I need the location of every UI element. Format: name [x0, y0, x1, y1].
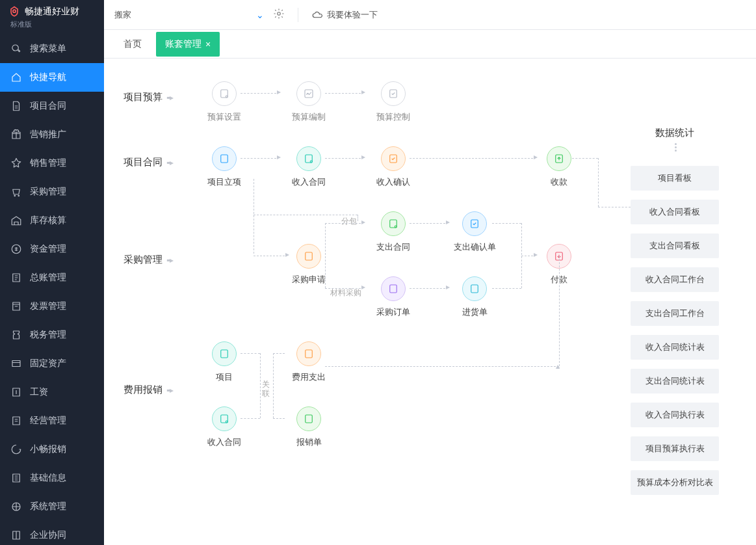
sidebar-item-4[interactable]: 销售管理	[0, 149, 104, 178]
node-purchase-order[interactable]: 采购订单	[367, 276, 419, 318]
home-icon	[10, 72, 22, 83]
divider	[298, 8, 298, 22]
node-goods-receipt[interactable]: 进货单	[449, 276, 501, 318]
svg-point-8	[310, 161, 312, 163]
close-icon[interactable]: ×	[205, 40, 211, 49]
sidebar-item-13[interactable]: 经营管理	[0, 406, 104, 435]
stat-btn-6[interactable]: 支出合同统计表	[631, 369, 719, 393]
assoc-label: 关 联	[262, 380, 270, 399]
edition-label: 标准版	[0, 20, 104, 34]
brand-logo: 畅捷通好业财	[0, 0, 104, 20]
stat-btn-5[interactable]: 收入合同统计表	[631, 335, 719, 360]
sidebar-item-7[interactable]: 资金管理	[0, 235, 104, 263]
svg-point-0	[13, 10, 16, 12]
node-expend-confirm[interactable]: 支出确认单	[449, 211, 501, 253]
main: 搬家 ⌄ 我要体验一下 首页账套管理× 项目预算▪▪▸ 项目合同▪▪▸ 采购管理…	[104, 0, 756, 545]
gear-icon[interactable]	[273, 8, 285, 21]
node-purchase-apply[interactable]: 采购申请	[283, 244, 335, 286]
sidebar-item-2[interactable]: 项目合同	[0, 92, 104, 120]
node-income-confirm[interactable]: 收入确认	[367, 146, 419, 188]
gift-icon	[10, 129, 22, 140]
sidebar: 畅捷通好业财 标准版 搜索菜单快捷导航项目合同营销推广销售管理采购管理库存核算资…	[0, 0, 104, 545]
sidebar-item-16[interactable]: 系统管理	[0, 492, 104, 521]
node-exp-project[interactable]: 项目	[198, 341, 250, 383]
svg-rect-20	[221, 415, 228, 423]
svg-rect-22	[306, 415, 313, 423]
row-expense-title: 费用报销▪▪▸	[124, 384, 172, 396]
sidebar-item-15[interactable]: 基础信息	[0, 464, 104, 492]
stats-title: 数据统计	[636, 127, 714, 139]
salary-icon	[10, 386, 22, 398]
sidebar-item-14[interactable]: 小畅报销	[0, 435, 104, 464]
stat-btn-9[interactable]: 预算成本分析对比表	[631, 470, 719, 495]
stat-btn-7[interactable]: 收入合同执行表	[631, 403, 719, 427]
sidebar-item-1[interactable]: 快捷导航	[0, 63, 104, 92]
svg-rect-18	[221, 350, 228, 358]
svg-rect-19	[306, 350, 313, 358]
node-budget-control[interactable]: 预算控制	[367, 81, 419, 123]
sidebar-item-3[interactable]: 营销推广	[0, 120, 104, 149]
sidebar-item-5[interactable]: 采购管理	[0, 178, 104, 206]
stat-btn-8[interactable]: 项目预算执行表	[631, 436, 719, 461]
sidebar-item-6[interactable]: 库存核算	[0, 206, 104, 235]
stat-btn-2[interactable]: 支出合同看板	[631, 233, 719, 258]
svg-rect-15	[390, 285, 397, 293]
biz-icon	[10, 415, 22, 427]
svg-point-3	[226, 96, 228, 98]
coop-icon	[10, 529, 22, 541]
stat-btn-3[interactable]: 收入合同工作台	[631, 267, 719, 292]
node-exp-income[interactable]: 收入合同	[198, 406, 250, 448]
sidebar-list: 搜索菜单快捷导航项目合同营销推广销售管理采购管理库存核算资金管理总账管理发票管理…	[0, 34, 104, 545]
company-selector[interactable]: 搬家 ⌄	[114, 9, 264, 21]
sidebar-item-9[interactable]: 发票管理	[0, 292, 104, 321]
sidebar-item-10[interactable]: 税务管理	[0, 321, 104, 349]
topbar: 搬家 ⌄ 我要体验一下	[104, 0, 756, 30]
sidebar-item-11[interactable]: 固定资产	[0, 349, 104, 378]
svg-rect-12	[390, 220, 397, 228]
sidebar-item-8[interactable]: 总账管理	[0, 263, 104, 292]
cloud-icon	[311, 9, 323, 21]
flow-canvas: 项目预算▪▪▸ 项目合同▪▪▸ 采购管理▪▪▸ 费用报销▪▪▸ 预算设置 预算编…	[104, 59, 756, 545]
tag-subcontract: 分包	[341, 216, 357, 227]
brand-name: 畅捷通好业财	[25, 6, 79, 18]
cart-icon	[10, 186, 22, 198]
tab-1[interactable]: 账套管理×	[156, 32, 220, 57]
search-icon	[10, 43, 22, 55]
stat-btn-0[interactable]: 项目看板	[631, 166, 719, 191]
logo-icon	[8, 5, 21, 18]
warehouse-icon	[10, 215, 22, 226]
row-contract-title: 项目合同▪▪▸	[124, 156, 172, 168]
reimb-icon	[10, 444, 22, 455]
tab-0[interactable]: 首页	[114, 32, 151, 57]
svg-rect-6	[221, 155, 228, 163]
node-budget-setup[interactable]: 预算设置	[198, 81, 250, 123]
node-budget-compile[interactable]: 预算编制	[283, 81, 335, 123]
svg-point-13	[395, 226, 397, 228]
sidebar-item-0[interactable]: 搜索菜单	[0, 34, 104, 63]
invoice-icon	[10, 300, 22, 312]
node-receipt[interactable]: 收款	[533, 146, 585, 188]
sale-icon	[10, 157, 22, 169]
tabs: 首页账套管理×	[104, 30, 756, 59]
node-exp-form[interactable]: 报销单	[283, 406, 335, 448]
stat-btn-4[interactable]: 支出合同工作台	[631, 301, 719, 326]
sidebar-item-12[interactable]: 工资	[0, 378, 104, 406]
svg-rect-16	[471, 285, 478, 293]
system-icon	[10, 501, 22, 512]
dots-icon	[675, 143, 676, 156]
node-project-init[interactable]: 项目立项	[198, 146, 250, 188]
stat-btn-1[interactable]: 收入合同看板	[631, 200, 719, 224]
try-label: 我要体验一下	[327, 9, 378, 21]
asset-icon	[10, 358, 22, 369]
svg-rect-7	[306, 155, 313, 163]
svg-rect-11	[306, 252, 313, 260]
info-icon	[10, 472, 22, 484]
try-button[interactable]: 我要体验一下	[311, 9, 378, 21]
node-income-contract[interactable]: 收入合同	[283, 146, 335, 188]
node-exp-out[interactable]: 费用支出	[283, 341, 335, 383]
sidebar-item-17[interactable]: 企业协同	[0, 521, 104, 545]
money-icon	[10, 243, 22, 255]
row-budget-title: 项目预算▪▪▸	[124, 91, 172, 103]
node-expend-contract[interactable]: 支出合同	[367, 211, 419, 253]
ledger-icon	[10, 272, 22, 284]
